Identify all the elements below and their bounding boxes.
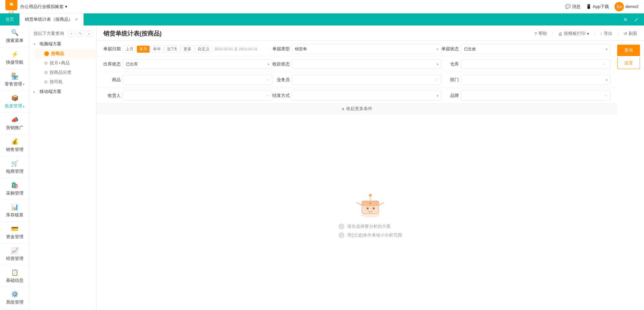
sales-icon: 💰 [11,138,18,145]
product-dots: ··· [266,78,269,82]
template-print-btn[interactable]: 🖨 按模板打印 ▾ [558,31,589,37]
sidebar-item-purchase-label: 采购管理 [6,190,23,196]
message-btn[interactable]: 💬 消息 [565,4,581,10]
sidebar-item-basic[interactable]: 📋 基础信息 [0,265,29,287]
date-btn-last-month[interactable]: 上月 [123,45,136,53]
user-profile[interactable]: Ea demo2 [614,2,639,11]
help-btn[interactable]: ? 帮助 [534,31,547,37]
date-btn-custom[interactable]: 自定义 [195,45,212,53]
collapse-panel-btn[interactable]: « [86,30,92,37]
filter-row-4: 收货人 ··· 结算方式 ▾ [97,88,617,104]
brand-control[interactable]: ··· [461,91,610,101]
refresh-icon: ↺ [624,31,627,36]
salesperson-label: 业务员 [272,77,290,83]
help-label: 帮助 [538,31,547,37]
sidebar-item-sales[interactable]: 💰 销售管理 [0,135,29,156]
warehouse-control[interactable]: ··· [461,59,610,69]
app-download-btn[interactable]: 📱 App下载 [586,4,609,10]
receiver-control[interactable]: ··· [123,91,272,101]
dept-control[interactable]: ▾ [461,75,610,85]
dept-arrow: ▾ [606,78,607,82]
empty-tips: 1 请先选择要分析的方案 2 用[过滤]条件来缩小分析范围 [338,223,402,238]
tab-sales-stat[interactable]: 销货单统计表（按商品） ✕ [19,13,84,25]
collapse-bar[interactable]: ∧ 收起更多条件 [97,104,617,114]
sidebar-item-search-menu-label: 搜索菜单 [6,38,23,44]
mobile-group-toggle[interactable]: ▸ 移动端方案 [30,87,96,97]
type-control[interactable]: 销货单 ▾ [292,44,441,54]
desktop-group-toggle[interactable]: ▾ 电脑端方案 [30,39,96,49]
finance-icon: 💳 [11,225,18,232]
purchase-icon: 🛍️ [11,182,18,189]
settlement-control[interactable]: ▾ [292,91,441,101]
topbar-right: 💬 消息 📱 App下载 Ea demo2 [565,2,639,11]
status-control[interactable]: 已生效 ▾ [461,44,610,54]
settings-btn[interactable]: 设置 [617,57,640,69]
svg-point-0 [361,213,380,217]
user-name: demo2 [625,4,639,9]
plan-by-month-product[interactable]: ⊞ 按月+商品 [35,58,96,68]
sidebar-item-system-label: 系统管理 [6,299,23,305]
warehouse-label: 仓库 [441,61,459,67]
filter-row-3: 商品 ··· 业务员 ··· [97,72,617,88]
main-panel: 销货单统计表(按商品) ? 帮助 🖨 按模板打印 ▾ ↑ [97,25,644,310]
app-selector[interactable]: 办公用品行业模拟账套 ▾ [20,4,67,10]
dept-label: 部门 [441,77,459,83]
desktop-group: ▾ 电脑端方案 按商品 ⊞ 按月+商品 ⊞ 按商品分类 [30,39,96,87]
expand-window-btn[interactable]: ⤢ [632,15,640,23]
marketing-icon: 📣 [11,116,18,123]
edit-plan-btn[interactable]: ✎ [77,30,84,37]
plan-by-category[interactable]: ⊞ 按商品分类 [35,68,96,77]
dept-filter-item: 部门 ▾ [441,75,610,85]
left-panel-header-text: 按以下方案查询 [34,31,64,37]
out-value: 已出库 [126,61,268,67]
settlement-arrow: ▾ [437,94,438,98]
sidebar-item-wholesale[interactable]: 📦 批发管理 ▴ [0,91,29,113]
sidebar-item-search-menu[interactable]: 🔍 搜索菜单 [0,25,29,47]
sidebar-item-system[interactable]: ⚙️ 系统管理 [0,287,29,309]
refresh-btn[interactable]: ↺ 刷新 [624,31,637,37]
sidebar-item-purchase[interactable]: 🛍️ 采购管理 [0,178,29,200]
sidebar-item-inventory[interactable]: 📊 库存核算 [0,200,29,222]
sidebar-item-ecommerce[interactable]: 🛒 电商管理 [0,156,29,178]
collect-control[interactable]: ▾ [292,59,441,69]
plan-by-cashier[interactable]: ⊞ 按司机 [35,77,96,87]
add-plan-btn[interactable]: + [68,30,75,37]
close-window-btn[interactable]: ✕ [621,15,629,23]
sidebar-item-ecommerce-label: 电商管理 [6,168,23,174]
plan-by-product[interactable]: 按商品 [35,49,96,58]
help-icon: ? [534,31,537,36]
date-filter-item: 单据日期 上月 本月 本年 近7天 更多 自定义 2023-03-01 至 20… [103,45,272,53]
date-btn-7days[interactable]: 近7天 [164,45,180,53]
sidebar-item-ops[interactable]: 📈 经营管理 [0,244,29,265]
left-panel-actions: + ✎ « [68,30,92,37]
query-btn[interactable]: 查询 [617,45,640,56]
type-filter-item: 单据类型 销货单 ▾ [272,44,441,54]
export-icon: ↑ [600,31,603,36]
inventory-icon: 📊 [11,203,18,211]
export-btn[interactable]: ↑ 导出 [600,31,613,37]
app-name: 办公用品行业模拟账套 [20,4,64,10]
tab-home-label: 首页 [5,16,14,22]
plan-by-month-product-label: 按月+商品 [50,60,70,66]
sidebar-item-quick-nav[interactable]: ⚡ 快捷导航 [0,47,29,69]
sidebar: 🔍 搜索菜单 ⚡ 快捷导航 🏪 零售管理 ▾ 📦 批发管理 ▴ 📣 营销推广 [0,25,30,310]
product-control[interactable]: ··· [123,75,272,85]
tab-close-icon[interactable]: ✕ [75,17,78,22]
date-btn-this-year[interactable]: 本年 [150,45,164,53]
sidebar-item-retail[interactable]: 🏪 零售管理 ▾ [0,69,29,91]
sidebar-item-finance[interactable]: 💳 资金管理 [0,222,29,244]
tip-text-1: 请先选择要分析的方案 [347,223,391,229]
settlement-filter-item: 结算方式 ▾ [272,91,441,101]
message-icon: 💬 [565,4,571,9]
date-btn-more[interactable]: 更多 [181,45,194,53]
sidebar-item-marketing[interactable]: 📣 营销推广 [0,113,29,135]
left-panel-header: 按以下方案查询 + ✎ « [30,28,96,39]
status-label: 单据状态 [441,46,459,52]
salesperson-control[interactable]: ··· [292,75,441,85]
retail-icon: 🏪 [11,72,18,80]
date-btn-this-month[interactable]: 本月 [137,46,150,53]
tab-home[interactable]: 首页 [0,13,19,25]
svg-point-9 [367,208,368,209]
filter-main: 单据日期 上月 本月 本年 近7天 更多 自定义 2023-03-01 至 20… [97,41,644,114]
out-control[interactable]: 已出库 ▾ [123,59,272,69]
